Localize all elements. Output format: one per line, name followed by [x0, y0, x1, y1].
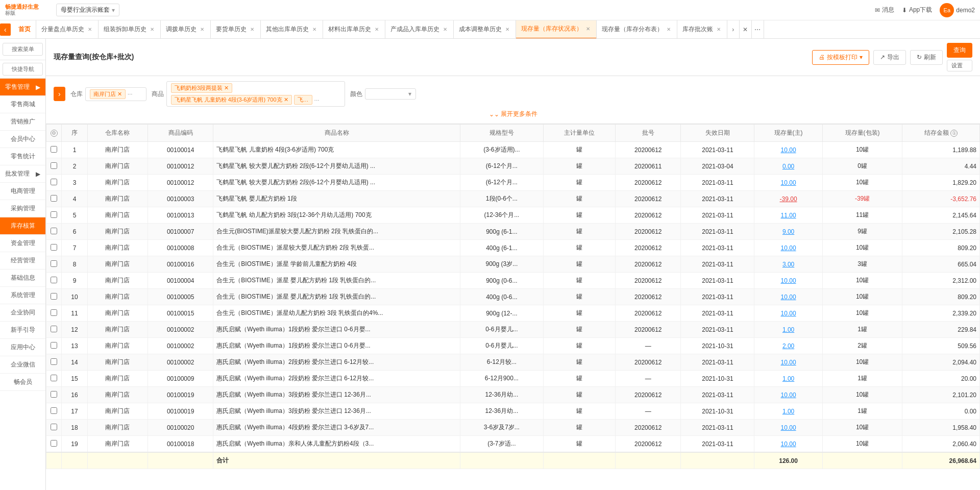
- sidebar-item-base-info[interactable]: 基础信息: [0, 270, 45, 287]
- cell-stock-main[interactable]: 1.00: [754, 322, 822, 338]
- sidebar-item-ecommerce[interactable]: 电商管理: [0, 183, 45, 200]
- tab-yao-huo-close[interactable]: ✕: [249, 26, 255, 33]
- product-more-icon[interactable]: ···: [314, 96, 320, 104]
- sidebar-item-member[interactable]: 畅会员: [0, 374, 45, 391]
- message-item[interactable]: ✉ 消息: [875, 6, 894, 14]
- sidebar-item-corp-wechat[interactable]: 企业微信: [0, 356, 45, 374]
- cell-stock-main[interactable]: 2.00: [754, 338, 822, 354]
- sidebar-item-retail-stats[interactable]: 零售统计: [0, 148, 45, 165]
- tab-yao-huo[interactable]: 要货单历史 ✕: [211, 20, 261, 39]
- row-checkbox[interactable]: [51, 342, 57, 349]
- tab-zu-chai[interactable]: 组装拆卸单历史 ✕: [99, 20, 161, 39]
- tab-tiao-bo[interactable]: 调拨单历史 ✕: [161, 20, 211, 39]
- product-filter-value[interactable]: 飞鹤奶粉3段两提装 ✕ 飞鹤星飞帆 儿童奶粉 4段(3-6岁适用) 700克 ✕…: [166, 81, 345, 107]
- tab-batch-ledger[interactable]: 库存批次账 ✕: [677, 20, 727, 39]
- cell-stock-main[interactable]: -39.00: [754, 191, 822, 207]
- cell-checkbox[interactable]: [46, 273, 62, 289]
- cell-checkbox[interactable]: [46, 240, 62, 256]
- sidebar-item-member-center[interactable]: 会员中心: [0, 131, 45, 148]
- filter-expand-btn[interactable]: ›: [54, 87, 65, 101]
- row-checkbox[interactable]: [51, 440, 57, 447]
- sidebar-item-new-guide[interactable]: 新手引导: [0, 322, 45, 339]
- row-checkbox[interactable]: [51, 146, 57, 153]
- row-checkbox[interactable]: [51, 326, 57, 332]
- cell-stock-main[interactable]: 10.00: [754, 175, 822, 191]
- cell-stock-main[interactable]: 10.00: [754, 273, 822, 289]
- cell-stock-main[interactable]: 10.00: [754, 436, 822, 453]
- product-tag-1-close[interactable]: ✕: [284, 96, 288, 103]
- sidebar-item-retail-mgmt[interactable]: 零售管理 ▶: [0, 79, 45, 96]
- tab-cost-adjust-close[interactable]: ✕: [504, 26, 510, 33]
- query-button[interactable]: 查询: [947, 43, 972, 58]
- sidebar-item-retail-mall[interactable]: 零售商城: [0, 96, 45, 113]
- sidebar-item-enterprise[interactable]: 企业协同: [0, 304, 45, 322]
- sidebar-item-inventory[interactable]: 库存核算: [0, 217, 45, 235]
- cell-checkbox[interactable]: [46, 403, 62, 420]
- tab-product-in[interactable]: 产成品入库单历史 ✕: [385, 20, 454, 39]
- cell-checkbox[interactable]: [46, 387, 62, 403]
- print-button[interactable]: 🖨 按模板打印 ▾: [812, 50, 869, 65]
- row-checkbox[interactable]: [51, 260, 57, 267]
- cell-checkbox[interactable]: [46, 256, 62, 273]
- cell-stock-main[interactable]: 11.00: [754, 207, 822, 224]
- tab-zu-chai-close[interactable]: ✕: [149, 26, 155, 33]
- row-checkbox[interactable]: [51, 195, 57, 202]
- row-checkbox[interactable]: [51, 424, 57, 430]
- cell-checkbox[interactable]: [46, 420, 62, 436]
- cell-stock-main[interactable]: 9.00: [754, 224, 822, 240]
- cell-checkbox[interactable]: [46, 175, 62, 191]
- sidebar-item-wholesale[interactable]: 批发管理 ▶: [0, 165, 45, 183]
- row-checkbox[interactable]: [51, 309, 57, 316]
- cell-stock-main[interactable]: 3.00: [754, 256, 822, 273]
- row-checkbox[interactable]: [51, 407, 57, 414]
- cell-checkbox[interactable]: [46, 371, 62, 387]
- cell-checkbox[interactable]: [46, 207, 62, 224]
- row-checkbox[interactable]: [51, 391, 57, 398]
- export-button[interactable]: ↗ 导出: [873, 50, 906, 65]
- row-checkbox[interactable]: [51, 277, 57, 283]
- refresh-button[interactable]: ↻ 刷新: [910, 50, 943, 65]
- tab-cost-adjust[interactable]: 成本调整单历史 ✕: [454, 20, 516, 39]
- row-checkbox[interactable]: [51, 293, 57, 300]
- cell-stock-main[interactable]: 10.00: [754, 240, 822, 256]
- row-checkbox[interactable]: [51, 375, 57, 381]
- sidebar-item-app-center[interactable]: 应用中心: [0, 339, 45, 356]
- user-item[interactable]: Ea demo2: [940, 3, 975, 17]
- tab-close-all-button[interactable]: ✕: [740, 20, 752, 39]
- cell-checkbox[interactable]: [46, 289, 62, 305]
- settings-col-icon[interactable]: ⚙: [51, 130, 58, 137]
- cell-checkbox[interactable]: [46, 191, 62, 207]
- tab-menu-button[interactable]: ⋯: [752, 20, 764, 39]
- tab-inventory-dist[interactable]: 现存量（库存分布表） ✕: [597, 20, 677, 39]
- cell-checkbox[interactable]: [46, 354, 62, 371]
- product-tag-0-close[interactable]: ✕: [224, 85, 229, 91]
- tab-inventory-status-close[interactable]: ✕: [585, 25, 591, 33]
- workspace-select[interactable]: 母婴行业演示账套 ▾: [56, 4, 119, 16]
- tab-batch-ledger-close[interactable]: ✕: [716, 26, 722, 33]
- cell-stock-main[interactable]: 10.00: [754, 305, 822, 322]
- cell-stock-main[interactable]: 10.00: [754, 387, 822, 403]
- tab-prev-button[interactable]: ‹: [0, 23, 11, 36]
- tab-inventory-dist-close[interactable]: ✕: [666, 26, 672, 33]
- row-checkbox[interactable]: [51, 244, 57, 251]
- tab-other-out-close[interactable]: ✕: [311, 26, 317, 33]
- cell-checkbox[interactable]: [46, 338, 62, 354]
- cell-stock-main[interactable]: 0.00: [754, 158, 822, 175]
- tab-material-out-close[interactable]: ✕: [374, 26, 380, 33]
- sidebar-item-finance[interactable]: 资金管理: [0, 235, 45, 252]
- sidebar-item-marketing[interactable]: 营销推广: [0, 113, 45, 131]
- cell-stock-main[interactable]: 10.00: [754, 289, 822, 305]
- cell-stock-main[interactable]: 10.00: [754, 354, 822, 371]
- cell-stock-main[interactable]: 10.00: [754, 420, 822, 436]
- sidebar-item-operations[interactable]: 经营管理: [0, 252, 45, 270]
- tab-fen-pan-close[interactable]: ✕: [87, 26, 93, 33]
- col-settings[interactable]: ⚙: [46, 125, 62, 142]
- cell-checkbox[interactable]: [46, 224, 62, 240]
- tab-other-out[interactable]: 其他出库单历史 ✕: [261, 20, 323, 39]
- settings-button[interactable]: 设置: [947, 60, 972, 71]
- sidebar-item-sys-mgmt[interactable]: 系统管理: [0, 287, 45, 304]
- tab-product-in-close[interactable]: ✕: [442, 26, 448, 33]
- download-item[interactable]: ⬇ App下载: [902, 6, 932, 14]
- cell-checkbox[interactable]: [46, 322, 62, 338]
- sidebar-item-purchase[interactable]: 采购管理: [0, 200, 45, 217]
